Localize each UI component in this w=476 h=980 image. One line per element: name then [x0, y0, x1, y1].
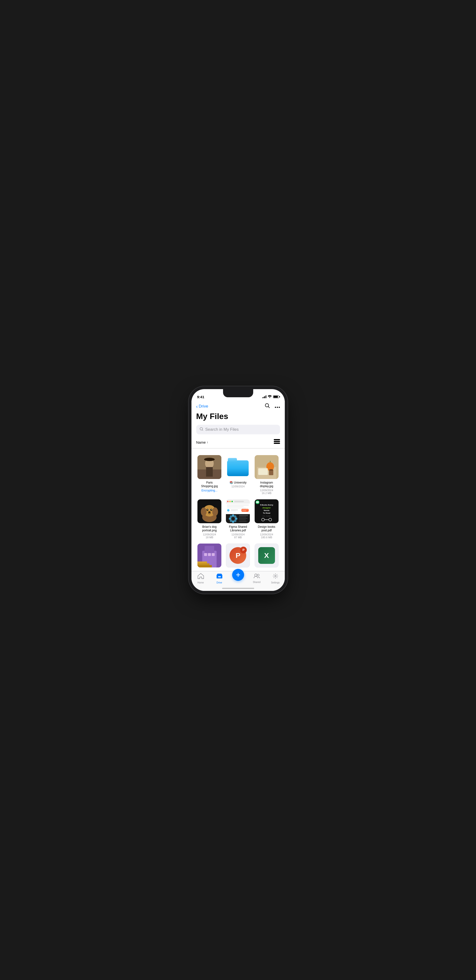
file-name: Design bookspost.pdf	[258, 525, 275, 533]
chevron-left-icon: ‹	[196, 404, 198, 409]
tab-drive-label: Drive	[217, 581, 222, 584]
file-date: 12/09/2024	[260, 533, 273, 536]
svg-rect-5	[274, 439, 280, 440]
file-item-excel[interactable]: X	[252, 542, 281, 571]
back-button[interactable]: ‹ Drive	[196, 404, 208, 409]
svg-rect-43	[241, 509, 249, 512]
svg-point-49	[232, 514, 234, 517]
file-name: Brian's dogportrait.png	[202, 525, 217, 533]
page-title: My Files	[192, 410, 285, 425]
sort-label-text: Name	[196, 440, 206, 444]
svg-text:5 Books Every: 5 Books Every	[260, 504, 273, 506]
svg-point-53	[230, 515, 232, 518]
svg-point-52	[235, 517, 237, 520]
file-size: 18 MB	[206, 536, 213, 539]
file-name: Figma SharedLibraries.pdf	[229, 525, 247, 533]
home-indicator	[222, 588, 254, 589]
encrypting-status: Encrypting...	[201, 489, 217, 492]
file-item-powerpoint[interactable]: P P	[224, 542, 252, 571]
svg-rect-61	[239, 521, 247, 522]
svg-point-56	[234, 520, 236, 522]
tab-settings[interactable]: Settings	[268, 573, 283, 584]
svg-point-25	[212, 508, 218, 516]
svg-point-55	[230, 520, 232, 522]
phone-frame: 9:41	[192, 389, 285, 591]
svg-rect-39	[227, 508, 246, 508]
svg-point-34	[229, 501, 231, 502]
file-size: 180.6 MB	[261, 536, 272, 539]
file-thumb-dog	[197, 500, 221, 523]
sort-name-button[interactable]: Name ↑	[196, 440, 208, 444]
signal-icon	[262, 395, 266, 398]
svg-rect-57	[239, 515, 248, 516]
search-placeholder: Search in My Files	[205, 427, 239, 432]
svg-rect-19	[269, 470, 273, 475]
wifi-icon	[268, 395, 272, 399]
file-item-design-books[interactable]: 5 Books Every Designer Needs To Read VOL…	[252, 497, 281, 542]
svg-rect-6	[274, 441, 280, 442]
file-thumb-books: 5 Books Every Designer Needs To Read VOL…	[255, 500, 279, 523]
svg-rect-58	[239, 517, 246, 517]
svg-point-85	[255, 574, 257, 576]
file-item-paris-shopping[interactable]: ParisShopping.jpg Encrypting...	[195, 453, 224, 497]
notch	[223, 389, 253, 397]
battery-icon	[273, 395, 279, 398]
file-name: 📚 University	[230, 481, 246, 485]
search-button[interactable]	[265, 403, 270, 410]
svg-text:VOL. THREE: VOL. THREE	[262, 515, 271, 517]
svg-rect-37	[227, 504, 249, 506]
svg-rect-84	[218, 576, 221, 577]
tab-shared-label: Shared	[253, 581, 260, 584]
file-thumb-figma	[226, 500, 250, 523]
drive-icon	[216, 573, 223, 580]
svg-rect-60	[239, 520, 246, 520]
svg-point-40	[227, 509, 230, 512]
svg-point-3	[279, 407, 280, 408]
settings-icon	[273, 573, 278, 580]
home-icon	[198, 573, 204, 580]
svg-point-86	[257, 574, 259, 576]
file-item-instagram[interactable]: Instagramdisplay.jpg 12/09/2024 16.2 MB	[252, 453, 281, 497]
view-toggle-button[interactable]	[274, 439, 280, 445]
svg-rect-11	[206, 467, 213, 477]
svg-point-73	[256, 502, 257, 503]
sort-arrow-icon: ↑	[207, 441, 208, 444]
file-item-brians-dog[interactable]: Brian's dogportrait.png 12/09/2024 18 MB	[195, 497, 224, 542]
more-button[interactable]	[275, 403, 280, 409]
svg-rect-13	[206, 458, 212, 460]
sort-bar: Name ↑	[192, 438, 285, 448]
tab-home-label: Home	[197, 581, 204, 584]
file-thumb-building	[197, 544, 221, 568]
nav-bar: ‹ Drive	[192, 401, 285, 410]
svg-rect-59	[239, 518, 248, 519]
search-bar[interactable]: Search in My Files	[196, 425, 280, 434]
svg-rect-45	[242, 511, 246, 511]
tab-shared[interactable]: Shared	[249, 573, 264, 584]
file-item-building[interactable]	[195, 542, 224, 571]
svg-point-30	[208, 511, 211, 513]
shared-icon	[254, 573, 260, 580]
svg-rect-80	[212, 553, 215, 556]
svg-point-74	[258, 502, 259, 503]
svg-point-29	[211, 509, 212, 510]
svg-rect-77	[204, 546, 214, 553]
nav-back-label: Drive	[199, 404, 208, 409]
tab-home[interactable]: Home	[193, 573, 208, 584]
svg-rect-36	[234, 501, 244, 502]
tab-settings-label: Settings	[271, 581, 280, 584]
search-icon	[200, 427, 203, 432]
file-thumb-university	[226, 455, 250, 479]
add-button[interactable]	[232, 569, 244, 581]
svg-text:To Read: To Read	[263, 512, 270, 514]
main-content: ‹ Drive My	[192, 401, 285, 571]
svg-rect-42	[231, 511, 235, 511]
file-item-university[interactable]: 📚 University 12/09/2024	[224, 453, 252, 497]
files-grid: ParisShopping.jpg Encrypting... 📚 Univer…	[192, 449, 285, 571]
file-item-figma[interactable]: Figma SharedLibraries.pdf 12/09/2024 87 …	[224, 497, 252, 542]
svg-point-48	[232, 517, 235, 520]
svg-rect-41	[231, 510, 238, 510]
tab-drive[interactable]: Drive	[212, 573, 227, 584]
svg-point-87	[275, 575, 276, 577]
svg-rect-7	[274, 443, 280, 444]
tab-add[interactable]	[231, 571, 245, 581]
